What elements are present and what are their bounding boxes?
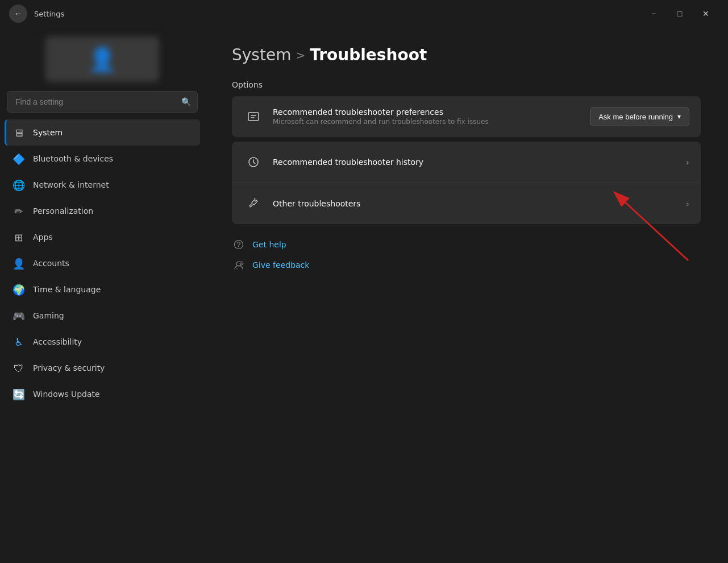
other-troubleshooters-title: Other troubleshooters — [273, 199, 677, 208]
recommended-history-text: Recommended troubleshooter history — [273, 158, 677, 167]
sidebar-label-personalization: Personalization — [33, 206, 93, 216]
search-input[interactable] — [7, 91, 198, 113]
sidebar: 👤 🔍 🖥 System 🔷 Bluetooth & devices 🌐 Net… — [0, 27, 205, 563]
app-body: 👤 🔍 🖥 System 🔷 Bluetooth & devices 🌐 Net… — [0, 27, 728, 563]
links-section: Get help Give feedback — [232, 238, 701, 272]
recommended-history-icon — [243, 152, 264, 172]
sidebar-item-accounts[interactable]: 👤 Accounts — [5, 250, 200, 276]
sidebar-label-bluetooth: Bluetooth & devices — [33, 154, 113, 163]
breadcrumb-separator: > — [296, 48, 305, 62]
settings-group-prefs: Recommended troubleshooter preferences M… — [232, 96, 701, 137]
give-feedback-label: Give feedback — [252, 260, 309, 270]
main-content: System > Troubleshoot Options Recommende… — [205, 27, 728, 563]
sidebar-item-gaming[interactable]: 🎮 Gaming — [5, 303, 200, 329]
recommended-prefs-title: Recommended troubleshooter preferences — [273, 107, 581, 117]
get-help-link[interactable]: Get help — [232, 238, 701, 251]
recommended-prefs-icon — [243, 106, 264, 127]
breadcrumb: System > Troubleshoot — [232, 45, 701, 64]
section-label: Options — [232, 80, 701, 89]
sidebar-item-time[interactable]: 🌍 Time & language — [5, 276, 200, 303]
breadcrumb-current: Troubleshoot — [310, 45, 427, 64]
window-controls: − □ ✕ — [640, 5, 719, 23]
setting-row-other-troubleshooters[interactable]: Other troubleshooters › — [232, 183, 701, 224]
sidebar-item-windows-update[interactable]: 🔄 Windows Update — [5, 381, 200, 407]
apps-icon: ⊞ — [13, 231, 25, 243]
minimize-button[interactable]: − — [640, 5, 667, 23]
sidebar-item-system[interactable]: 🖥 System — [5, 119, 200, 146]
get-help-icon — [232, 238, 246, 251]
give-feedback-link[interactable]: Give feedback — [232, 258, 701, 272]
ask-before-running-dropdown[interactable]: Ask me before running ▾ — [590, 107, 689, 126]
other-troubleshooters-text: Other troubleshooters — [273, 199, 677, 208]
accounts-icon: 👤 — [13, 257, 25, 270]
dropdown-label: Ask me before running — [598, 113, 673, 121]
sidebar-item-apps[interactable]: ⊞ Apps — [5, 224, 200, 250]
search-icon: 🔍 — [181, 97, 191, 106]
setting-row-recommended-history[interactable]: Recommended troubleshooter history › — [232, 142, 701, 183]
personalization-icon: ✏️ — [13, 205, 25, 217]
sidebar-label-gaming: Gaming — [33, 311, 64, 320]
recommended-history-control: › — [686, 157, 689, 168]
user-avatar: 👤 — [45, 36, 159, 82]
history-chevron-icon: › — [686, 157, 689, 168]
sidebar-label-system: System — [33, 128, 63, 137]
sidebar-item-privacy[interactable]: 🛡 Privacy & security — [5, 355, 200, 381]
sidebar-label-windows-update: Windows Update — [33, 390, 100, 399]
dropdown-chevron-icon: ▾ — [677, 113, 681, 121]
sidebar-item-personalization[interactable]: ✏️ Personalization — [5, 198, 200, 224]
back-button[interactable]: ← — [9, 5, 27, 23]
titlebar: ← Settings − □ ✕ — [0, 0, 728, 27]
sidebar-label-privacy: Privacy & security — [33, 363, 105, 372]
breadcrumb-parent[interactable]: System — [232, 45, 291, 64]
time-icon: 🌍 — [13, 283, 25, 296]
sidebar-item-network[interactable]: 🌐 Network & internet — [5, 172, 200, 198]
accessibility-icon: ♿ — [13, 336, 25, 348]
sidebar-item-bluetooth[interactable]: 🔷 Bluetooth & devices — [5, 146, 200, 172]
setting-row-recommended-prefs[interactable]: Recommended troubleshooter preferences M… — [232, 96, 701, 137]
give-feedback-icon — [232, 258, 246, 272]
privacy-icon: 🛡 — [13, 362, 25, 374]
recommended-history-title: Recommended troubleshooter history — [273, 158, 677, 167]
search-box: 🔍 — [7, 91, 198, 113]
network-icon: 🌐 — [13, 179, 25, 191]
sidebar-item-accessibility[interactable]: ♿ Accessibility — [5, 329, 200, 355]
recommended-prefs-desc: Microsoft can recommend and run troubles… — [273, 118, 581, 126]
sidebar-label-apps: Apps — [33, 233, 53, 242]
other-troubleshooters-icon — [243, 193, 264, 214]
windows-update-icon: 🔄 — [13, 388, 25, 400]
system-icon: 🖥 — [13, 126, 25, 139]
recommended-prefs-control: Ask me before running ▾ — [590, 107, 689, 126]
bluetooth-icon: 🔷 — [13, 152, 25, 165]
get-help-label: Get help — [252, 240, 286, 249]
svg-rect-0 — [248, 113, 259, 121]
app-title: Settings — [34, 10, 64, 18]
settings-group-history-other: Recommended troubleshooter history › Oth… — [232, 142, 701, 224]
other-troubleshooters-chevron-icon: › — [686, 198, 689, 209]
sidebar-label-time: Time & language — [33, 285, 101, 294]
sidebar-label-accounts: Accounts — [33, 259, 69, 268]
recommended-prefs-text: Recommended troubleshooter preferences M… — [273, 107, 581, 126]
gaming-icon: 🎮 — [13, 309, 25, 322]
maximize-button[interactable]: □ — [667, 5, 693, 23]
sidebar-label-network: Network & internet — [33, 180, 109, 189]
close-button[interactable]: ✕ — [693, 5, 719, 23]
sidebar-label-accessibility: Accessibility — [33, 337, 82, 346]
other-troubleshooters-control: › — [686, 198, 689, 209]
svg-point-4 — [235, 241, 243, 249]
